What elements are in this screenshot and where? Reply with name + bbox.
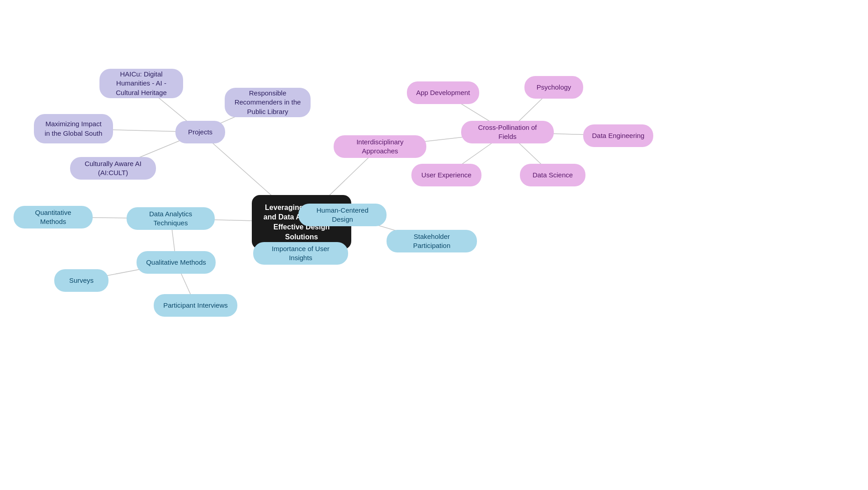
node-responsible[interactable]: Responsible Recommenders in the Public L… xyxy=(225,88,311,117)
node-qualitative[interactable]: Qualitative Methods xyxy=(137,251,216,274)
node-cross-pollination[interactable]: Cross-Pollination of Fields xyxy=(461,121,554,143)
node-participant-interviews[interactable]: Participant Interviews xyxy=(154,294,237,317)
node-surveys[interactable]: Surveys xyxy=(54,269,108,292)
node-projects[interactable]: Projects xyxy=(175,121,225,143)
node-maximizing[interactable]: Maximizing Impact in the Global South xyxy=(34,114,113,143)
node-user-experience[interactable]: User Experience xyxy=(411,164,481,186)
node-data-science[interactable]: Data Science xyxy=(520,164,585,186)
node-stakeholder[interactable]: Stakeholder Participation xyxy=(387,230,477,252)
node-data-analytics[interactable]: Data Analytics Techniques xyxy=(127,207,215,230)
node-user-insights[interactable]: Importance of User Insights xyxy=(253,242,348,265)
node-interdisciplinary[interactable]: Interdisciplinary Approaches xyxy=(334,135,426,158)
node-app-development[interactable]: App Development xyxy=(407,81,479,104)
node-haicu[interactable]: HAICu: Digital Humanities - AI - Cultura… xyxy=(99,69,183,98)
node-human-centered[interactable]: Human-Centered Design xyxy=(298,204,387,226)
node-culturally[interactable]: Culturally Aware AI (AI:CULT) xyxy=(70,157,156,180)
node-psychology[interactable]: Psychology xyxy=(524,76,583,99)
node-data-engineering[interactable]: Data Engineering xyxy=(583,124,653,147)
node-quantitative[interactable]: Quantitative Methods xyxy=(14,206,93,228)
